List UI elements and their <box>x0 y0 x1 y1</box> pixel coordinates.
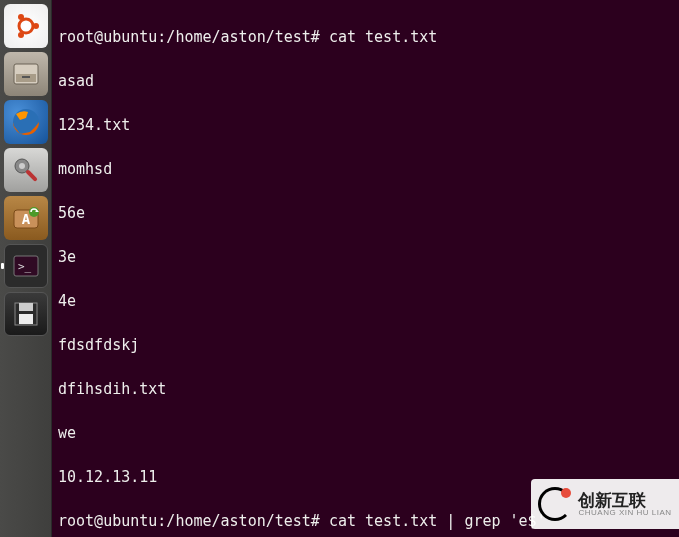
floppy-icon <box>8 296 44 332</box>
prompt: root@ubuntu:/home/aston/test# <box>58 512 320 530</box>
svg-point-9 <box>19 163 25 169</box>
svg-rect-6 <box>22 76 30 78</box>
command: cat test.txt | grep 'e$' <box>329 512 546 530</box>
svg-rect-18 <box>19 303 33 311</box>
output-line: asad <box>58 70 673 92</box>
launcher-terminal-icon[interactable]: >_ <box>4 244 48 288</box>
terminal-output[interactable]: root@ubuntu:/home/aston/test# cat test.t… <box>52 0 679 537</box>
active-indicator <box>1 263 4 269</box>
watermark-zh: 创新互联 <box>578 492 671 509</box>
output-line: we <box>58 422 673 444</box>
command: cat test.txt <box>329 28 437 46</box>
svg-text:>_: >_ <box>18 260 32 273</box>
svg-rect-10 <box>25 169 38 182</box>
gear-wrench-icon <box>8 152 44 188</box>
output-line: fdsdfdskj <box>58 334 673 356</box>
output-line: 56e <box>58 202 673 224</box>
watermark-logo-icon <box>538 487 572 521</box>
svg-point-0 <box>19 19 33 33</box>
launcher-software-updater-icon[interactable]: A <box>4 196 48 240</box>
svg-point-2 <box>18 14 24 20</box>
unity-launcher: A >_ <box>0 0 52 537</box>
drawer-icon <box>8 56 44 92</box>
launcher-save-icon[interactable] <box>4 292 48 336</box>
launcher-dash-icon[interactable] <box>4 4 48 48</box>
prompt: root@ubuntu:/home/aston/test# <box>58 28 320 46</box>
output-line: 1234.txt <box>58 114 673 136</box>
svg-rect-19 <box>19 314 33 324</box>
watermark-en: CHUANG XIN HU LIAN <box>578 509 671 517</box>
terminal-line: root@ubuntu:/home/aston/test# cat test.t… <box>58 26 673 48</box>
output-line: 3e <box>58 246 673 268</box>
svg-point-3 <box>18 32 24 38</box>
output-line: dfihsdih.txt <box>58 378 673 400</box>
watermark: 创新互联 CHUANG XIN HU LIAN <box>531 479 679 529</box>
firefox-icon <box>8 104 44 140</box>
watermark-text: 创新互联 CHUANG XIN HU LIAN <box>578 492 671 517</box>
output-line: momhsd <box>58 158 673 180</box>
output-line: 4e <box>58 290 673 312</box>
launcher-files-icon[interactable] <box>4 52 48 96</box>
terminal-icon: >_ <box>8 248 44 284</box>
ubuntu-icon <box>8 8 44 44</box>
launcher-firefox-icon[interactable] <box>4 100 48 144</box>
launcher-settings-icon[interactable] <box>4 148 48 192</box>
updater-icon: A <box>8 200 44 236</box>
svg-point-1 <box>33 23 39 29</box>
